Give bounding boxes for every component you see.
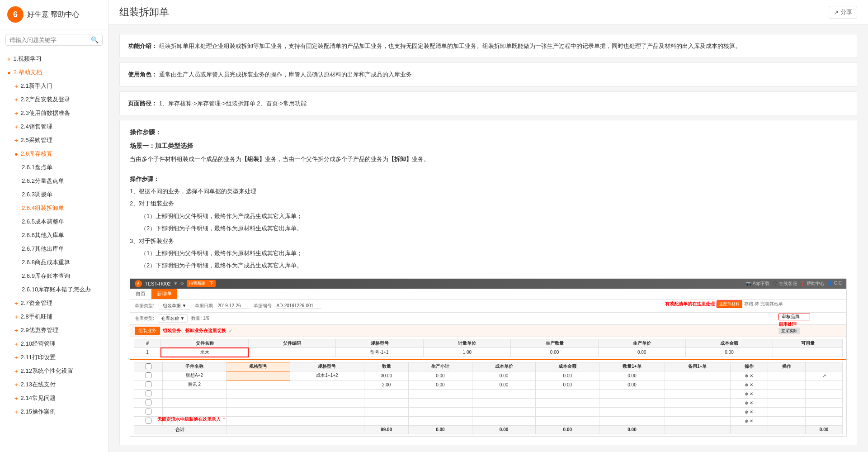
- sidebar-label-2-6-2: 2.6.2分量盘点单: [22, 177, 64, 185]
- sidebar-item-2-6-1[interactable]: 2.6.1盘点单: [0, 161, 108, 174]
- ss-bill-value: AD-20191226-001: [276, 303, 321, 309]
- sidebar-label-2-15: 2.15操作案例: [21, 408, 56, 416]
- sidebar-item-2-5[interactable]: + 2.5采购管理: [0, 133, 108, 147]
- logo-icon: 6: [7, 6, 24, 23]
- expand-icon-2-8: +: [14, 314, 18, 320]
- ss-brand-input[interactable]: [778, 314, 810, 320]
- ss-wh-dropdown[interactable]: 仓库名称 ▼: [158, 314, 188, 323]
- sidebar-item-2-11[interactable]: + 2.11打印设置: [0, 351, 108, 364]
- sidebar-label-2-7: 2.7资金管理: [21, 299, 52, 307]
- search-box[interactable]: 🔍: [5, 34, 103, 46]
- sidebar-item-1[interactable]: + 1.视频学习: [0, 52, 108, 66]
- annotation-3-text: 启用处理: [778, 321, 797, 328]
- ss-lth-extra: 操作: [768, 362, 805, 371]
- ss-confirm-btn[interactable]: 立采实际: [778, 328, 800, 334]
- share-icon: ↗: [834, 9, 839, 16]
- ss-wh-label: 仓库类型:: [135, 315, 154, 322]
- sidebar-item-2-13[interactable]: + 2.13在线支付: [0, 378, 108, 391]
- sidebar-item-2-6[interactable]: ● 2.6库存核算: [0, 147, 108, 161]
- annotation-3-container: 启用处理 立采实际: [778, 314, 810, 334]
- sidebar-label-2: 2.帮助文档: [14, 68, 42, 76]
- step1: 1、根据不同的业务，选择不同单据的类型来处理: [130, 186, 847, 196]
- ss-th-avail: 可用量: [773, 339, 843, 348]
- step3: 3、对于拆装业务: [130, 236, 847, 246]
- logo-text: 好生意 帮助中心: [27, 10, 80, 19]
- ss-lth-extra2: [806, 362, 843, 371]
- sidebar-label-2-1: 2.1新手入门: [21, 82, 52, 90]
- ss-th-spec: 规格型号: [335, 339, 423, 348]
- share-label: 分享: [840, 8, 852, 16]
- ss-process-btn[interactable]: 选配件材料: [717, 300, 742, 308]
- sidebar-item-2-4[interactable]: + 2.4销售管理: [0, 120, 108, 133]
- sidebar-item-2-9[interactable]: + 2.9优惠券管理: [0, 324, 108, 337]
- sidebar-label-2-6-3: 2.6.3调拨单: [22, 190, 52, 199]
- ss-type-toggle-row: 组装业务 组装业务、拆卸业务在这里切换 ↙: [130, 325, 846, 337]
- sidebar-item-2-6-10[interactable]: 2.6.10库存账本错了怎么办: [0, 283, 108, 296]
- ss-add-hint: ↙: [229, 328, 232, 333]
- ss-nav-tabs: 自页 新增单: [130, 289, 846, 300]
- expand-icon-2-12: +: [14, 368, 18, 375]
- search-input[interactable]: [9, 37, 91, 43]
- table-row: ⊕ ✕: [134, 389, 843, 398]
- ss-qty-label: 数量: 1/6: [191, 315, 209, 322]
- sidebar-item-2-2[interactable]: + 2.2产品安装及登录: [0, 93, 108, 106]
- expand-icon-2-6: ●: [14, 151, 18, 157]
- sidebar-item-2-10[interactable]: + 2.10经营管理: [0, 337, 108, 351]
- path-block: 页面路径： 1、库存核算->库存管理->组装拆卸单 2、首页->常用功能: [119, 91, 857, 115]
- scenario1-desc: 当由多个子件材料组装成一个成品的业务为【组装】业务，当由一个父件拆分成多个子产品…: [130, 154, 847, 164]
- ss-main-table: # 父件名称 父件编码 规格型号 计量单位 生产数量 生产单价 成本金额 可用量: [134, 339, 843, 357]
- step2-2: （2）下部明细为子件明细，最终作为原材料生成其它出库单。: [130, 223, 847, 233]
- role-label: 使用角色：: [128, 71, 157, 78]
- search-icon: 🔍: [91, 36, 99, 43]
- scenario1-title: 场景一：加工类型选择: [130, 142, 847, 150]
- sidebar-item-2-15[interactable]: + 2.15操作案例: [0, 405, 108, 419]
- path-label: 页面路径：: [128, 100, 157, 107]
- ss-lth-avail: 数量1+单: [599, 362, 665, 371]
- sidebar-label-2-6-7: 2.6.7其他出库单: [22, 245, 64, 253]
- ss-lth-check: [134, 362, 163, 371]
- ss-tab-new[interactable]: 新增单: [151, 289, 178, 299]
- ss-title-text: TEST-H002: [145, 281, 170, 286]
- sidebar-item-2-6-2[interactable]: 2.6.2分量盘点单: [0, 174, 108, 188]
- sidebar-item-2-6-3[interactable]: 2.6.3调拨单: [0, 188, 108, 201]
- sidebar-item-2-6-6[interactable]: 2.6.6其他入库单: [0, 228, 108, 242]
- expand-icon-2-15: +: [14, 409, 18, 415]
- screenshot-sim: 6 TEST-H002 ▼ ⟳ 拍我新建一下 📷 App下载 🎧 在线客服 ❓ …: [130, 279, 846, 436]
- ss-lower-main-table: 子件名称 规格型号 规格型号 数量 生产小计 成本单价 成本金额 数量1+单 备…: [134, 362, 843, 434]
- ss-th-index: #: [134, 339, 161, 348]
- ops-steps-title2: 操作步骤：: [130, 174, 847, 184]
- ss-type-dropdown[interactable]: 组装单据 ▼: [159, 302, 191, 310]
- sidebar-item-2-14[interactable]: + 2.14常见问题: [0, 391, 108, 405]
- annotation-4-text: 无固定流水中组装他在这里录入: [157, 416, 221, 423]
- ss-lth-name: 子件名称: [163, 362, 226, 371]
- sidebar-item-2-6-7[interactable]: 2.6.7其他出库单: [0, 242, 108, 256]
- sidebar-item-2-6-5[interactable]: 2.6.5成本调整单: [0, 215, 108, 228]
- sidebar-label-2-4: 2.4销售管理: [21, 123, 52, 131]
- sidebar-item-2-12[interactable]: + 2.12系统个性化设置: [0, 364, 108, 378]
- share-button[interactable]: ↗ 分享: [829, 6, 857, 19]
- sidebar-item-2-1[interactable]: + 2.1新手入门: [0, 79, 108, 93]
- sidebar-item-2-6-9[interactable]: 2.6.9库存账本查询: [0, 269, 108, 283]
- step3-2: （2）下部明细为子件明细，最终作为产成品生成其它入库单。: [130, 260, 847, 271]
- sidebar-label-2-6-1: 2.6.1盘点单: [22, 163, 52, 171]
- ss-tab-home[interactable]: 自页: [130, 289, 151, 299]
- ss-assy-badge[interactable]: 组装业务: [135, 327, 160, 335]
- func-intro-block: 功能介绍： 组装拆卸单用来处理企业组装或拆卸等加工业务，支持有固定装配清单的产品…: [119, 34, 857, 58]
- ss-th-parent-code: 父件编码: [248, 339, 335, 348]
- ss-lth-action: 操作: [730, 362, 768, 371]
- expand-icon-2: ●: [7, 69, 11, 76]
- expand-icon-2-13: +: [14, 381, 18, 388]
- ss-lower-table: 无固定流水中组装他在这里录入 ↑ 子件名称 规格型号 规格型号 数量: [130, 359, 846, 436]
- sidebar-item-2-3[interactable]: + 2.3使用前数据准备: [0, 106, 108, 120]
- sidebar-item-2-7[interactable]: + 2.7资金管理: [0, 296, 108, 310]
- ss-select-all[interactable]: [146, 363, 151, 369]
- ss-logo-icon: 6: [135, 280, 142, 287]
- ss-lth-remark: 备用1+单: [665, 362, 730, 371]
- role-block: 使用角色： 通常由生产人员或库管人员完成拆装业务的操作，库管人员确认原材料的出库…: [119, 62, 857, 86]
- step2-1: （1）上部明细为父件明细，最终作为产成品生成其它入库单；: [130, 211, 847, 221]
- annotation-1-text: 有装配清单的在这里处理: [665, 301, 715, 307]
- sidebar-item-2-6-8[interactable]: 2.6.8商品成本重算: [0, 256, 108, 269]
- sidebar-item-2[interactable]: ● 2.帮助文档: [0, 66, 108, 79]
- sidebar-item-2-8[interactable]: + 2.8手机旺铺: [0, 310, 108, 324]
- sidebar-item-2-6-4[interactable]: 2.6.4组装拆卸单: [0, 201, 108, 215]
